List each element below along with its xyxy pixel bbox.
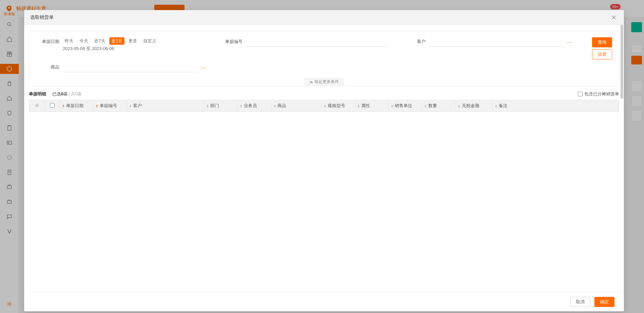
date-from: 2023-05-06 <box>63 46 85 51</box>
date-quick-picker: 昨天 今天 近7天 近1月 更多 自定义 <box>63 37 206 45</box>
detail-table: ▲▼单据日期 ▲▼单据编号 ▲▼客户 ▲▼部门 ▲▼业务员 ▲▼商品 ▲▼规格型… <box>29 100 619 112</box>
modal-footer: 取消 确定 <box>24 292 624 311</box>
include-allocated-label: 包含已分摊销货单 <box>584 91 619 97</box>
search-button[interactable]: 查询 <box>592 37 612 47</box>
cancel-button[interactable]: 取消 <box>570 297 590 307</box>
filter-customer: 客户 ··· <box>402 37 572 47</box>
product-more-icon[interactable]: ··· <box>201 65 206 71</box>
date-quick-custom[interactable]: 自定义 <box>141 37 158 45</box>
col-select-all[interactable] <box>45 100 60 112</box>
filter-panel: 单据日期 昨天 今天 近7天 近1月 更多 自定义 2023-05-06 至 <box>29 31 619 86</box>
collapse-label: 收起更多条件 <box>315 79 339 85</box>
col-amount[interactable]: ▲▼无税金额 <box>456 100 493 112</box>
include-allocated-checkbox[interactable]: 包含已分摊销货单 <box>578 91 619 97</box>
table-header-row: ▲▼单据日期 ▲▼单据编号 ▲▼客户 ▲▼部门 ▲▼业务员 ▲▼商品 ▲▼规格型… <box>29 100 619 112</box>
collapse-bar: 收起更多条件 <box>36 78 612 86</box>
confirm-button[interactable]: 确定 <box>594 297 614 307</box>
filter-product: 商品 ··· <box>36 63 206 73</box>
col-remark[interactable]: ▲▼备注 <box>493 100 619 112</box>
col-sales[interactable]: ▲▼业务员 <box>238 100 271 112</box>
col-customer[interactable]: ▲▼客户 <box>127 100 204 112</box>
detail-total: | 共0条 <box>68 91 82 97</box>
filter-date-label: 单据日期 <box>36 37 59 45</box>
include-allocated-input[interactable] <box>578 92 583 96</box>
filter-actions: 查询 设置 <box>585 37 612 59</box>
date-quick-yesterday[interactable]: 昨天 <box>63 37 75 45</box>
col-spec[interactable]: ▲▼规格型号 <box>322 100 355 112</box>
col-attr[interactable]: ▲▼属性 <box>355 100 389 112</box>
docno-input[interactable] <box>246 38 389 47</box>
collapse-conditions-button[interactable]: 收起更多条件 <box>304 78 344 86</box>
date-range-display: 2023-05-06 至 2023-06-06 <box>63 46 206 52</box>
customer-input[interactable] <box>429 38 565 47</box>
detail-title: 单据明细 <box>29 91 46 97</box>
filter-date: 单据日期 昨天 今天 近7天 近1月 更多 自定义 2023-05-06 至 <box>36 37 206 52</box>
svg-point-11 <box>36 105 38 106</box>
col-docno[interactable]: ▲▼单据编号 <box>94 100 127 112</box>
col-product[interactable]: ▲▼商品 <box>271 100 322 112</box>
date-quick-1m[interactable]: 近1月 <box>109 37 124 45</box>
product-input[interactable] <box>63 63 199 72</box>
date-quick-more[interactable]: 更多 <box>126 37 139 45</box>
vertical-scrollbar[interactable] <box>621 25 623 292</box>
horizontal-scrollbar[interactable] <box>29 287 619 292</box>
table-wrap: ▲▼单据日期 ▲▼单据编号 ▲▼客户 ▲▼部门 ▲▼业务员 ▲▼商品 ▲▼规格型… <box>29 100 619 287</box>
modal-header: 选取销货单 <box>24 10 624 25</box>
col-qty[interactable]: ▲▼数量 <box>422 100 456 112</box>
col-settings[interactable] <box>29 100 45 112</box>
col-date[interactable]: ▲▼单据日期 <box>60 100 94 112</box>
modal-body: 单据日期 昨天 今天 近7天 近1月 更多 自定义 2023-05-06 至 <box>24 25 624 292</box>
filter-docno: 单据编号 <box>219 37 389 47</box>
detail-selected: 已选0条 <box>52 91 68 97</box>
chevron-up-double-icon <box>310 80 313 84</box>
date-sep: 至 <box>86 46 91 51</box>
col-unit[interactable]: ▲▼销售单位 <box>389 100 422 112</box>
col-dept[interactable]: ▲▼部门 <box>204 100 238 112</box>
date-quick-7d[interactable]: 近7天 <box>92 37 107 45</box>
customer-more-icon[interactable]: ··· <box>567 40 572 45</box>
detail-bar: 单据明细 已选0条 | 共0条 包含已分摊销货单 <box>29 91 619 97</box>
filter-product-label: 商品 <box>36 63 59 70</box>
modal-title: 选取销货单 <box>30 14 54 20</box>
date-quick-today[interactable]: 今天 <box>77 37 90 45</box>
date-to: 2023-06-06 <box>92 46 114 51</box>
select-all-checkbox[interactable] <box>50 103 55 108</box>
filter-customer-label: 客户 <box>402 37 426 45</box>
settings-button[interactable]: 设置 <box>592 49 612 59</box>
gear-icon <box>35 103 39 108</box>
filter-docno-label: 单据编号 <box>219 37 243 45</box>
select-sales-order-modal: 选取销货单 单据日期 昨天 今天 近7天 近1月 更多 <box>24 10 624 311</box>
close-button[interactable] <box>610 13 618 21</box>
